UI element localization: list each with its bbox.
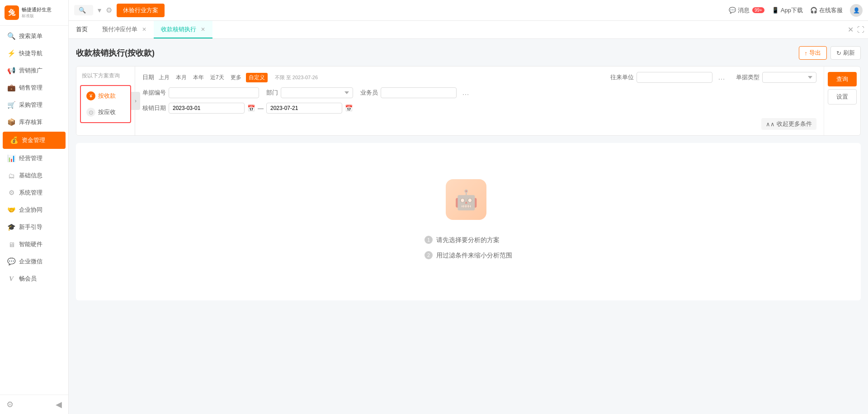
filter-option-by-receipt[interactable]: ¥ 按收款 — [81, 88, 130, 104]
date-btn-7days[interactable]: 近7天 — [208, 73, 226, 82]
logo-icon: 兔 — [5, 5, 19, 20]
query-button[interactable]: 查询 — [828, 72, 857, 86]
sidebar-item-label: 营销推广 — [19, 67, 42, 75]
verify-date-label: 核销日期 — [142, 104, 166, 112]
sidebar-item-label: 库存核算 — [19, 118, 42, 126]
tab-payment-verify-close[interactable]: ✕ — [201, 26, 205, 33]
empty-tip-1: 1 请先选择要分析的方案 — [425, 233, 512, 246]
date-btn-this-year[interactable]: 本年 — [191, 73, 206, 82]
filter-row-1: 日期 上月 本月 本年 近7天 更多 自定义 不限 至 2023-07-26 — [142, 72, 816, 83]
cart-icon: 🛒 — [7, 101, 15, 109]
tip-number-2: 2 — [425, 251, 433, 259]
staff-input[interactable] — [381, 87, 457, 98]
staff-ellipsis-button[interactable]: … — [459, 88, 473, 98]
folder-icon: 🗂 — [7, 172, 15, 180]
sidebar-navigation: 🔍 搜索菜单 ⚡ 快捷导航 📢 营销推广 💼 销售管理 🛒 采购管理 📦 库存核… — [0, 26, 68, 395]
topbar-gear-icon[interactable]: ⚙ — [106, 6, 112, 14]
sidebar-item-sales[interactable]: 💼 销售管理 — [0, 79, 68, 96]
date-field: 日期 上月 本月 本年 近7天 更多 自定义 — [142, 73, 268, 82]
settings-bottom-icon[interactable]: ⚙ — [6, 400, 14, 409]
search-text-icon: 🔍 — [79, 7, 86, 14]
date-btn-last-month[interactable]: 上月 — [157, 73, 171, 82]
sidebar-item-purchase[interactable]: 🛒 采购管理 — [0, 96, 68, 114]
topbar-search[interactable]: 🔍 — [74, 5, 93, 15]
refresh-button[interactable]: ↻ 刷新 — [830, 46, 861, 60]
sidebar-item-operations[interactable]: 📊 经营管理 — [0, 150, 68, 167]
phone-icon: 📱 — [772, 7, 779, 14]
handshake-icon: 🤝 — [7, 206, 15, 214]
sidebar-item-finance[interactable]: 💰 资金管理 — [3, 132, 66, 149]
sidebar-item-marketing[interactable]: 📢 营销推广 — [0, 62, 68, 79]
export-icon: ↑ — [805, 50, 808, 57]
verify-date-start-input[interactable] — [169, 103, 245, 114]
tab-home[interactable]: 首页 — [69, 21, 95, 38]
tab-payment-verify[interactable]: 收款核销执行 ✕ — [154, 21, 212, 38]
empty-robot-icon — [446, 179, 486, 220]
logo-area: 兔 畅捷通好生意 标准版 — [0, 0, 68, 26]
sidebar-item-guide[interactable]: 🎓 新手引导 — [0, 219, 68, 236]
empty-tip-2: 2 用过滤条件来缩小分析范围 — [425, 249, 512, 262]
user-avatar[interactable]: 👤 — [850, 4, 863, 17]
sidebar-item-member[interactable]: V 畅会员 — [0, 270, 68, 287]
sidebar-item-wechat[interactable]: 💬 企业微信 — [0, 253, 68, 270]
collapse-sidebar-icon[interactable]: ◀ — [56, 400, 62, 409]
sidebar-item-hardware[interactable]: 🖥 智能硬件 — [0, 236, 68, 253]
department-select[interactable] — [281, 87, 353, 98]
tab-prepayment-label: 预付冲应付单 — [102, 25, 137, 33]
sidebar-item-shortcuts[interactable]: ⚡ 快捷导航 — [0, 45, 68, 62]
doc-type-select[interactable] — [762, 72, 816, 83]
filter-option-by-receivable[interactable]: ⊙ 按应收 — [81, 104, 130, 120]
verify-date-end-input[interactable] — [266, 103, 342, 114]
online-service-button[interactable]: 🎧 在线客服 — [810, 6, 843, 14]
collapse-conditions-button[interactable]: ∧∧ 收起更多条件 — [761, 118, 816, 130]
topbar-left: 🔍 ▾ ⚙ 休验行业方案 — [74, 4, 165, 17]
app-download-button[interactable]: 📱 App下载 — [772, 6, 803, 14]
counterparty-input[interactable] — [637, 72, 712, 83]
sidebar-item-system[interactable]: ⚙ 系统管理 — [0, 184, 68, 201]
tab-maximize-icon[interactable]: ⛶ — [857, 26, 864, 34]
message-icon: 💬 — [729, 7, 736, 14]
counterparty-ellipsis-button[interactable]: … — [715, 72, 729, 82]
date-btn-more[interactable]: 更多 — [229, 73, 243, 82]
filter-scheme-header: 按以下方案查询 — [76, 72, 135, 83]
calendar-start-icon[interactable]: 📅 — [247, 105, 255, 112]
gear-icon: ⚙ — [7, 189, 15, 197]
tabbar: 首页 预付冲应付单 ✕ 收款核销执行 ✕ ✕ ⛶ — [69, 21, 868, 39]
logo-text: 畅捷通好生意 — [22, 6, 52, 13]
verify-date-range: 📅 — 📅 — [169, 103, 353, 114]
sidebar-item-label: 企业微信 — [19, 257, 42, 266]
page-actions: ↑ 导出 ↻ 刷新 — [799, 46, 861, 60]
page-content: 收款核销执行(按收款) ↑ 导出 ↻ 刷新 按以下方案查询 — [69, 39, 868, 414]
sidebar-item-label: 畅会员 — [19, 275, 37, 283]
date-btn-custom[interactable]: 自定义 — [246, 73, 268, 82]
vip-icon: V — [7, 275, 15, 283]
tab-close-all-icon[interactable]: ✕ — [848, 25, 854, 34]
calendar-end-icon[interactable]: 📅 — [345, 105, 353, 112]
tip-number-1: 1 — [425, 236, 433, 244]
sidebar-item-enterprise[interactable]: 🤝 企业协同 — [0, 201, 68, 219]
date-quick-options: 上月 本月 本年 近7天 更多 自定义 — [157, 73, 268, 82]
empty-icon-area — [446, 179, 491, 224]
doc-type-label: 单据类型 — [736, 73, 760, 81]
sidebar-item-inventory[interactable]: 📦 库存核算 — [0, 114, 68, 131]
collapse-filter-sidebar-button[interactable]: › — [131, 92, 140, 110]
tab-prepayment-close[interactable]: ✕ — [142, 26, 146, 33]
empty-state: 1 请先选择要分析的方案 2 用过滤条件来缩小分析范围 — [76, 143, 861, 300]
date-btn-this-month[interactable]: 本月 — [174, 73, 189, 82]
date-range-dash: — — [258, 105, 264, 112]
doc-no-label: 单据编号 — [142, 89, 166, 97]
filter-form: 日期 上月 本月 本年 近7天 更多 自定义 不限 至 2023-07-26 — [135, 67, 824, 135]
sidebar: 兔 畅捷通好生意 标准版 🔍 搜索菜单 ⚡ 快捷导航 📢 营销推广 💼 销售管理… — [0, 0, 69, 414]
sidebar-item-search[interactable]: 🔍 搜索菜单 — [0, 28, 68, 45]
doc-no-input[interactable] — [169, 87, 259, 98]
tab-prepayment[interactable]: 预付冲应付单 ✕ — [95, 21, 154, 38]
page-header: 收款核销执行(按收款) ↑ 导出 ↻ 刷新 — [76, 46, 861, 60]
export-button[interactable]: ↑ 导出 — [799, 46, 827, 60]
settings-button[interactable]: 设置 — [828, 89, 857, 105]
message-button[interactable]: 💬 消息 99+ — [729, 6, 764, 14]
topbar-dropdown-icon[interactable]: ▾ — [98, 6, 101, 14]
industry-solution-button[interactable]: 休验行业方案 — [117, 4, 165, 17]
tab-payment-verify-label: 收款核销执行 — [161, 25, 196, 33]
sidebar-item-basic-info[interactable]: 🗂 基础信息 — [0, 167, 68, 184]
search-icon: 🔍 — [7, 32, 15, 40]
